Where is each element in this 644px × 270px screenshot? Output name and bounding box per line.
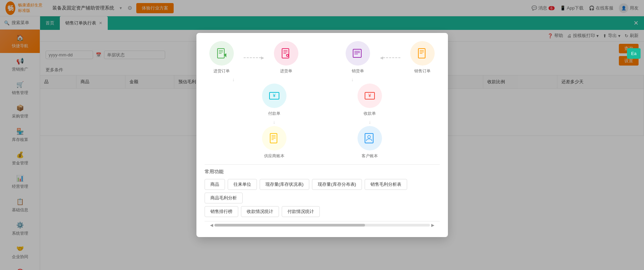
scroll-right-icon[interactable]: ▶ bbox=[431, 223, 434, 228]
purchase-order-icon bbox=[209, 41, 234, 66]
func-btn-product[interactable]: 商品 bbox=[205, 179, 225, 190]
workflow-row5: 供应商账本 客户账本 bbox=[205, 126, 440, 159]
supplier-ledger-node: 供应商账本 bbox=[262, 126, 286, 159]
common-functions-title: 常用功能 bbox=[205, 169, 440, 175]
svg-text:¥: ¥ bbox=[368, 93, 371, 98]
scrollbar-track[interactable] bbox=[214, 224, 430, 227]
supplier-ledger-label: 供应商账本 bbox=[264, 153, 284, 159]
customer-ledger-node: 客户账本 bbox=[358, 126, 382, 159]
arrow-down-receipt: ↓ bbox=[358, 119, 382, 125]
func-btn-payment-stat[interactable]: 付款情况统计 bbox=[282, 206, 320, 217]
workflow-diagram: 进货订单 ▶ 进货单 bbox=[205, 41, 440, 159]
svg-point-30 bbox=[368, 136, 370, 138]
func-btn-sales-profit[interactable]: 销售毛利分析表 bbox=[365, 179, 407, 190]
workflow-row3: ¥ 付款单 ¥ 收款单 bbox=[205, 84, 440, 116]
func-buttons: 商品 往来单位 现存量(库存状况表) 现存量(库存分布表) 销售毛利分析表 商品… bbox=[205, 179, 440, 203]
purchase-bill-label: 进货单 bbox=[280, 68, 292, 74]
func-btn-product-profit[interactable]: 商品毛利分析 bbox=[205, 193, 243, 203]
ea-label: Ea bbox=[631, 51, 637, 56]
scroll-left-icon[interactable]: ◀ bbox=[210, 223, 213, 228]
func-btn-stock-status[interactable]: 现存量(库存状况表) bbox=[260, 179, 310, 190]
divider bbox=[205, 164, 440, 165]
sales-order-node: 销售订单 bbox=[410, 41, 435, 74]
func-btn-receipt-stat[interactable]: 收款情况统计 bbox=[241, 206, 279, 217]
sales-bill-node: 销货单 bbox=[346, 41, 370, 74]
svg-rect-12 bbox=[353, 49, 361, 57]
receipt-icon: ¥ bbox=[358, 84, 382, 108]
func-btn-sales-rank[interactable]: 销售排行榜 bbox=[205, 206, 238, 217]
workflow-arrows-down2: ↓ ↓ bbox=[205, 119, 440, 125]
sales-bill-label: 销货单 bbox=[352, 68, 364, 74]
func-btn-stock-dist[interactable]: 现存量(库存分布表) bbox=[312, 179, 362, 190]
sales-order-icon bbox=[410, 41, 435, 66]
payment-icon: ¥ bbox=[262, 84, 286, 108]
workflow-arrows-down1: ↓ ↓ bbox=[205, 77, 440, 82]
purchase-order-node: 进货订单 bbox=[209, 41, 234, 74]
arrow-purchase-to-bill: ▶ bbox=[244, 55, 264, 60]
receipt-label: 收款单 bbox=[364, 111, 376, 116]
common-functions: 常用功能 商品 往来单位 现存量(库存状况表) 现存量(库存分布表) 销售毛利分… bbox=[205, 169, 440, 217]
func-btn-partner[interactable]: 往来单位 bbox=[228, 179, 257, 190]
arrow-down-payment: ↓ bbox=[262, 119, 286, 125]
receipt-node: ¥ 收款单 bbox=[358, 84, 382, 116]
modal-dialog: 进货订单 ▶ 进货单 bbox=[196, 33, 448, 237]
arrow-order-to-bill: ◀ bbox=[380, 55, 400, 60]
customer-ledger-icon bbox=[358, 126, 382, 150]
supplier-ledger-icon bbox=[262, 126, 286, 150]
workflow-row1: 进货订单 ▶ 进货单 bbox=[205, 41, 440, 74]
sales-bill-icon bbox=[346, 41, 370, 66]
purchase-bill-node: 进货单 bbox=[274, 41, 298, 74]
scrollbar-row: ◀ ▶ bbox=[205, 221, 440, 229]
sales-order-label: 销售订单 bbox=[414, 68, 431, 74]
ea-badge: Ea bbox=[627, 48, 641, 59]
purchase-bill-icon bbox=[274, 41, 298, 66]
purchase-order-label: 进货订单 bbox=[213, 68, 230, 74]
payment-label: 付款单 bbox=[268, 111, 280, 116]
payment-node: ¥ 付款单 bbox=[262, 84, 286, 116]
scrollbar-thumb bbox=[214, 224, 365, 227]
arrow-down-sales-bill: ↓ bbox=[340, 77, 365, 82]
modal-overlay[interactable]: 进货订单 ▶ 进货单 bbox=[0, 0, 644, 270]
arrow-down-purchase-bill: ↓ bbox=[221, 77, 246, 82]
customer-ledger-label: 客户账本 bbox=[362, 153, 378, 159]
svg-text:¥: ¥ bbox=[273, 93, 276, 98]
func-buttons-row2: 销售排行榜 收款情况统计 付款情况统计 bbox=[205, 206, 440, 217]
